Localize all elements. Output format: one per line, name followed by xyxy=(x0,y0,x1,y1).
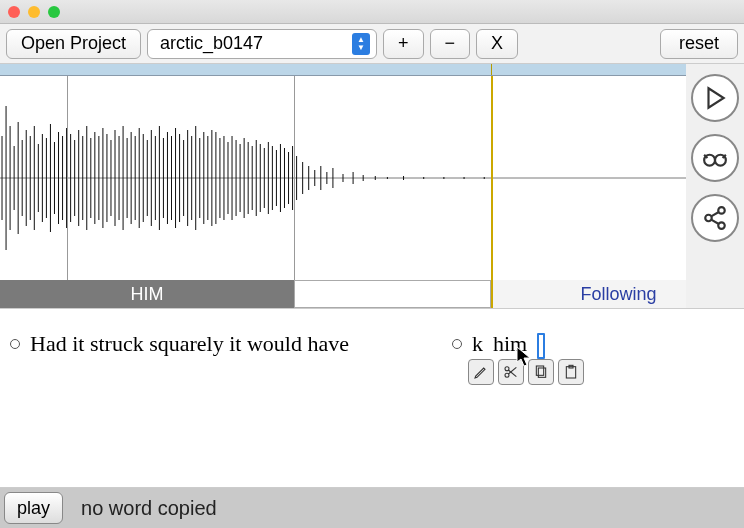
copy-button[interactable] xyxy=(528,359,554,385)
window-titlebar xyxy=(0,0,744,24)
paste-button[interactable] xyxy=(558,359,584,385)
segment-bar: HIM Following xyxy=(0,280,686,308)
overview-cursor xyxy=(491,64,492,75)
transcript-panel[interactable]: Had it struck squarely it would have k h… xyxy=(0,308,744,488)
segment-divider xyxy=(67,76,68,308)
segment-divider xyxy=(294,76,295,308)
plus-button[interactable]: + xyxy=(383,29,424,59)
segment-following-label[interactable]: Following xyxy=(491,280,686,308)
svg-line-97 xyxy=(711,212,719,216)
glasses-icon xyxy=(702,145,728,171)
project-name-label: arctic_b0147 xyxy=(160,33,263,54)
transcript-line: Had it struck squarely it would have xyxy=(10,331,734,357)
text-cursor xyxy=(537,333,545,359)
status-play-button[interactable]: play xyxy=(4,492,63,524)
transcript-token[interactable]: k xyxy=(472,331,483,357)
zoom-window-icon[interactable] xyxy=(48,6,60,18)
play-button[interactable] xyxy=(691,74,739,122)
scissors-icon xyxy=(503,364,519,380)
playhead-line[interactable] xyxy=(491,76,493,308)
main-panel: HIM Following xyxy=(0,64,744,308)
inspect-button[interactable] xyxy=(691,134,739,182)
svg-marker-91 xyxy=(709,88,724,108)
segment-label-empty[interactable] xyxy=(294,280,491,308)
svg-rect-103 xyxy=(536,366,543,375)
paste-icon xyxy=(563,364,579,380)
minus-button[interactable]: − xyxy=(430,29,471,59)
transcript-text[interactable]: Had it struck squarely it would have xyxy=(30,331,349,357)
select-stepper-icon[interactable]: ▲▼ xyxy=(352,33,370,55)
svg-line-98 xyxy=(711,220,719,224)
transcript-line-overflow: k him xyxy=(452,331,545,357)
share-icon xyxy=(702,205,728,231)
top-toolbar: Open Project arctic_b0147 ▲▼ + − X reset xyxy=(0,24,744,64)
open-project-button[interactable]: Open Project xyxy=(6,29,141,59)
svg-point-96 xyxy=(718,222,725,229)
edit-toolbar xyxy=(468,359,584,385)
edit-pencil-button[interactable] xyxy=(468,359,494,385)
overview-strip[interactable] xyxy=(0,64,686,76)
cut-button[interactable] xyxy=(498,359,524,385)
play-icon xyxy=(702,85,728,111)
line-marker-icon[interactable] xyxy=(10,339,20,349)
segment-label-selected[interactable]: HIM xyxy=(0,280,294,308)
svg-point-95 xyxy=(718,207,725,214)
delete-button[interactable]: X xyxy=(476,29,518,59)
project-select[interactable]: arctic_b0147 ▲▼ xyxy=(147,29,377,59)
copy-icon xyxy=(533,364,549,380)
status-bar: play no word copied xyxy=(0,488,744,528)
transcript-token[interactable]: him xyxy=(493,331,527,357)
pencil-icon xyxy=(473,364,489,380)
waveform-area[interactable]: HIM Following xyxy=(0,64,686,308)
line-marker-icon[interactable] xyxy=(452,339,462,349)
waveform-canvas[interactable] xyxy=(0,76,686,280)
svg-point-94 xyxy=(705,215,712,222)
svg-rect-104 xyxy=(538,368,545,377)
share-button[interactable] xyxy=(691,194,739,242)
reset-button[interactable]: reset xyxy=(660,29,738,59)
close-window-icon[interactable] xyxy=(8,6,20,18)
minimize-window-icon[interactable] xyxy=(28,6,40,18)
status-message: no word copied xyxy=(81,497,217,520)
side-button-column xyxy=(686,64,744,308)
